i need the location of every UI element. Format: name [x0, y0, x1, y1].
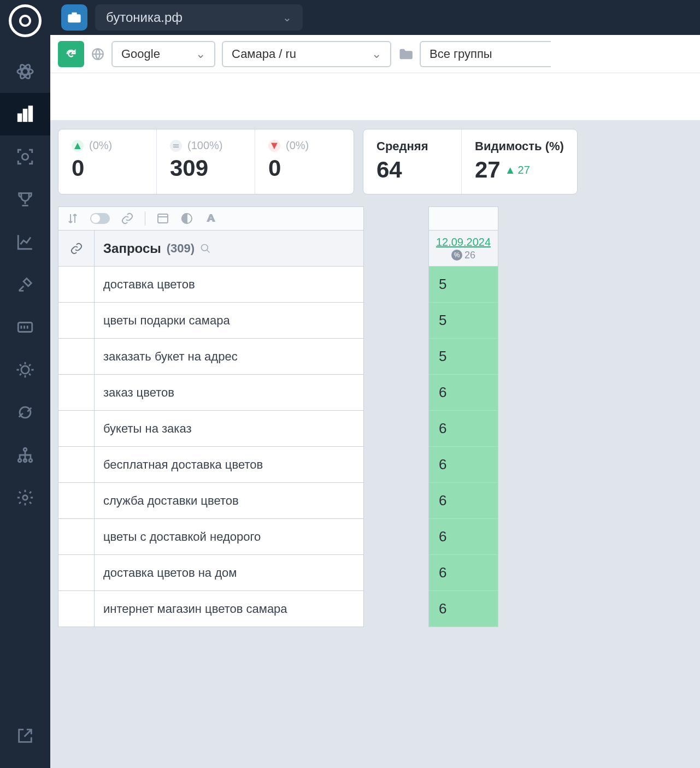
logo	[9, 4, 42, 37]
table-row[interactable]: доставка цветов	[58, 267, 364, 303]
row-value-cell: 5	[428, 303, 498, 339]
row-link-cell[interactable]	[58, 303, 95, 338]
nav-trophy[interactable]	[0, 178, 50, 221]
stat-visibility: Видимость (%) 27 ▲ 27	[462, 129, 577, 194]
main-area: Google ⌄ Самара / ru ⌄ Все группы ▲ (0%)…	[50, 35, 700, 768]
nav-seo[interactable]	[0, 306, 50, 348]
date-column-header[interactable]: 12.09.2024 % 26	[428, 231, 498, 267]
search-icon[interactable]	[200, 243, 211, 254]
table-row[interactable]: заказать букет на адрес	[58, 339, 364, 375]
search-engine-select[interactable]: Google ⌄	[111, 41, 215, 67]
row-link-cell[interactable]	[58, 411, 95, 446]
nav-sitemap[interactable]	[0, 434, 50, 476]
folder-icon	[398, 46, 413, 62]
stat-down-pct: (0%)	[286, 139, 309, 152]
chevron-down-icon: ⌄	[372, 47, 381, 61]
briefcase-icon[interactable]	[61, 4, 87, 31]
row-link-cell[interactable]	[58, 483, 95, 518]
table-row[interactable]: цветы с доставкой недорого	[58, 519, 364, 555]
table-row[interactable]: интернет магазин цветов самара	[58, 591, 364, 627]
toggle-switch[interactable]	[90, 213, 110, 224]
groups-value: Все группы	[430, 47, 492, 61]
svg-rect-16	[158, 214, 168, 223]
stat-up: ▲ (0%) 0	[58, 129, 157, 194]
nav-capture[interactable]	[0, 135, 50, 178]
row-value-cell: 6	[428, 519, 498, 555]
row-query-text: доставка цветов на дом	[95, 555, 363, 590]
queries-title: Запросы	[103, 241, 161, 256]
row-value-cell: 6	[428, 375, 498, 411]
row-link-cell[interactable]	[58, 447, 95, 482]
row-link-cell[interactable]	[58, 339, 95, 374]
toolbar: Google ⌄ Самара / ru ⌄ Все группы	[50, 35, 700, 73]
nav-external-link[interactable]	[0, 714, 50, 757]
row-value-cell: 6	[428, 483, 498, 519]
engine-value: Google	[121, 47, 160, 61]
sort-icon[interactable]	[66, 212, 79, 225]
table-tool-row	[58, 206, 364, 231]
stat-vis-label: Видимость (%)	[475, 139, 564, 153]
table-row[interactable]: заказ цветов	[58, 375, 364, 411]
nav-bug[interactable]	[0, 348, 50, 391]
stat-eq-pct: (100%)	[187, 139, 222, 152]
nav-target[interactable]	[0, 391, 50, 434]
stat-up-val: 0	[72, 155, 143, 181]
globe-icon	[91, 47, 105, 61]
row-link-cell[interactable]	[58, 555, 95, 590]
table-row[interactable]: бесплатная доставка цветов	[58, 447, 364, 483]
table-row[interactable]: служба доставки цветов	[58, 483, 364, 519]
svg-point-10	[23, 448, 27, 451]
contrast-icon[interactable]	[180, 212, 193, 225]
chevron-down-icon: ⌄	[196, 47, 205, 61]
nav-atom[interactable]	[0, 50, 50, 93]
groups-select[interactable]: Все группы	[420, 41, 551, 67]
nav-auction[interactable]	[0, 263, 50, 306]
svg-point-18	[202, 244, 208, 251]
row-value-cell: 5	[428, 339, 498, 375]
project-name: бутоника.рф	[106, 10, 183, 25]
svg-point-8	[21, 366, 29, 374]
svg-rect-4	[23, 110, 27, 121]
row-link-cell[interactable]	[58, 375, 95, 410]
stat-down-val: 0	[268, 155, 340, 181]
row-value-cell: 6	[428, 555, 498, 591]
stat-avg-label: Средняя	[377, 139, 448, 153]
stats-row: ▲ (0%) 0 ＝ (100%) 309 ▼ (0%) 0	[50, 120, 700, 194]
stat-avg: Средняя 64	[363, 129, 462, 194]
row-link-cell[interactable]	[58, 519, 95, 554]
row-query-text: интернет магазин цветов самара	[95, 591, 363, 627]
link-icon[interactable]	[121, 212, 134, 225]
svg-point-6	[22, 153, 28, 159]
link-column-header[interactable]	[58, 231, 95, 266]
date-link[interactable]: 12.09.2024	[436, 236, 491, 249]
project-selector[interactable]: бутоника.рф ⌄	[95, 4, 303, 31]
stat-eq: ＝ (100%) 309	[157, 129, 255, 194]
stat-eq-val: 309	[170, 155, 242, 181]
row-query-text: букеты на заказ	[95, 411, 363, 446]
arrow-up-icon: ▲	[505, 164, 516, 176]
row-query-text: цветы подарки самара	[95, 303, 363, 338]
row-link-cell[interactable]	[58, 591, 95, 627]
text-size-icon[interactable]	[204, 212, 217, 225]
arrow-up-icon: ▲	[72, 140, 84, 152]
nav-chart[interactable]	[0, 221, 50, 263]
nav-settings[interactable]	[0, 476, 50, 519]
svg-point-14	[23, 495, 28, 500]
row-query-text: служба доставки цветов	[95, 483, 363, 518]
window-icon[interactable]	[156, 212, 169, 225]
table-row[interactable]: цветы подарки самара	[58, 303, 364, 339]
nav-rankings[interactable]	[0, 93, 50, 135]
row-query-text: заказ цветов	[95, 375, 363, 410]
region-select[interactable]: Самара / ru ⌄	[222, 41, 391, 67]
arrow-down-icon: ▼	[268, 140, 280, 152]
table-row[interactable]: доставка цветов на дом	[58, 555, 364, 591]
svg-point-11	[18, 459, 21, 462]
queries-table: Запросы (309) 12.09.2024 % 26	[58, 206, 692, 627]
row-query-text: заказать букет на адрес	[95, 339, 363, 374]
table-row[interactable]: букеты на заказ	[58, 411, 364, 447]
stat-group-changes: ▲ (0%) 0 ＝ (100%) 309 ▼ (0%) 0	[58, 129, 354, 194]
row-link-cell[interactable]	[58, 267, 95, 302]
refresh-button[interactable]	[58, 41, 84, 67]
sub-header-space	[50, 73, 700, 120]
stat-down: ▼ (0%) 0	[255, 129, 354, 194]
